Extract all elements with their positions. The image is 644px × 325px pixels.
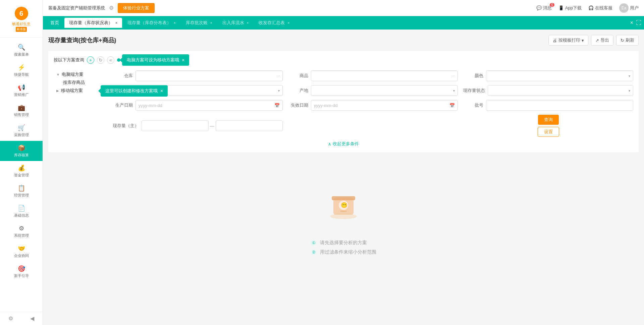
expand-arrow-icon: ▼	[56, 73, 60, 76]
support-icon: 🎧	[588, 5, 594, 10]
tab-close-icon[interactable]: ×	[174, 21, 176, 25]
scheme-child-label: 按库存商品	[63, 79, 85, 86]
purchase-icon: 🛒	[18, 124, 25, 131]
origin-select[interactable]: ▾	[311, 85, 458, 96]
warehouse-select[interactable]: ⋯	[136, 70, 283, 81]
color-select[interactable]: ▾	[486, 70, 633, 81]
scheme-item-desktop[interactable]: ▼ 电脑端方案	[54, 70, 107, 78]
svg-rect-5	[340, 211, 347, 212]
goods-select[interactable]: ⋯	[311, 70, 458, 81]
sidebar-item-marketing[interactable]: 📢 营销推广	[0, 80, 43, 101]
stock-status-select[interactable]: ▾	[488, 85, 633, 96]
print-button[interactable]: 🖨 按模板打印 ▾	[548, 35, 588, 46]
refresh-icon: ↻	[621, 38, 624, 43]
tab-close-all-btn[interactable]: ×	[630, 20, 633, 26]
tooltip-close-icon[interactable]: ×	[182, 57, 184, 63]
sidebar-item-finance[interactable]: 💰 资金管理	[0, 161, 43, 181]
sidebar-item-guide[interactable]: 🎯 新手引导	[0, 262, 43, 282]
tab-close-icon[interactable]: ×	[210, 21, 212, 25]
batch-no-input[interactable]	[486, 100, 633, 111]
svg-text:😶: 😶	[341, 202, 347, 208]
refresh-button[interactable]: ↻ 刷新	[616, 35, 639, 46]
trial-button[interactable]: 体验行业方案	[118, 3, 155, 13]
tab-batch-account[interactable]: 库存批次账 ×	[181, 18, 217, 28]
reset-button[interactable]: 设置	[538, 127, 559, 137]
sidebar-collapse-icon[interactable]: ◀	[30, 315, 34, 322]
tab-close-icon[interactable]: ×	[287, 21, 289, 25]
system-icon: ⚙	[19, 225, 24, 232]
print-chevron: ▾	[582, 38, 584, 43]
sidebar-item-operations[interactable]: 📋 经营管理	[0, 181, 43, 201]
sidebar-item-nav[interactable]: ⚡ 快捷导航	[0, 60, 43, 80]
export-button[interactable]: ↗ 导出	[591, 35, 613, 46]
online-support-item[interactable]: 🎧 在线客服	[588, 5, 612, 11]
stock-main-min-input[interactable]	[142, 120, 209, 131]
sidebar-item-label: 系统管理	[14, 233, 29, 238]
export-icon: ↗	[595, 38, 599, 43]
tooltip-text: 电脑方案可设为移动方案哦	[127, 57, 179, 63]
size-select-arrow: ▾	[278, 89, 280, 93]
tab-inventory-distribution[interactable]: 现存量（库存分布表） ×	[123, 18, 180, 28]
sidebar-item-basic-info[interactable]: 📄 基础信息	[0, 201, 43, 221]
notification-icon: 💬	[536, 5, 542, 10]
tab-close-icon[interactable]: ×	[247, 21, 249, 25]
header-gear-icon[interactable]: ⚙	[109, 5, 114, 11]
tab-home[interactable]: 首页	[46, 18, 64, 28]
filter-row-expiry-date: 失效日期 yyyy-mm-dd 📅	[288, 100, 458, 111]
filter-row-production-date: 生产日期 yyyy-mm-dd 📅	[113, 100, 283, 111]
filter-refresh-button[interactable]: ↻	[97, 56, 104, 64]
production-date-input[interactable]: yyyy-mm-dd 📅	[136, 100, 283, 111]
stock-status-label: 现存量状态	[463, 88, 485, 94]
app-download-item[interactable]: 📱 App下载	[558, 5, 582, 11]
chevron-up-icon: ∧	[328, 142, 331, 147]
sidebar-footer: ⚙ ◀	[0, 312, 43, 325]
tab-label: 库存批次账	[186, 20, 208, 26]
tab-inout-flow[interactable]: 出入库流水 ×	[218, 18, 254, 28]
sidebar-item-sales[interactable]: 💼 销售管理	[0, 101, 43, 121]
page-actions: 🖨 按模板打印 ▾ ↗ 导出 ↻ 刷新	[548, 35, 639, 46]
tab-close-icon[interactable]: ×	[115, 21, 117, 25]
notification-item[interactable]: 💬 消息 6	[536, 5, 552, 11]
user-item[interactable]: Ea 用户	[619, 3, 639, 13]
filter-row-stock-status: 现存量状态 ▾	[463, 85, 633, 96]
search-reset-group: 查询 设置	[463, 115, 633, 137]
sidebar-settings-icon[interactable]: ⚙	[8, 315, 13, 322]
search-button[interactable]: 查询	[538, 115, 559, 125]
empty-state: 😶 ① 请先选择要分析的方案 ② 用过滤条件来缩小分析范围	[48, 158, 639, 283]
expiry-date-input[interactable]: yyyy-mm-dd 📅	[311, 100, 458, 111]
stock-main-label: 现存量（主）	[113, 123, 139, 129]
tooltip-scheme-create: 这里可以创建和修改方案哦 ×	[101, 85, 168, 97]
tooltip-scheme-mobile: 电脑方案可设为移动方案哦 ×	[122, 54, 189, 66]
stock-status-select-arrow: ▾	[629, 89, 630, 93]
tab-receipt-summary[interactable]: 收发存汇总表 ×	[254, 18, 294, 28]
production-date-label: 生产日期	[113, 102, 133, 108]
sidebar-item-label: 新手引导	[14, 273, 29, 278]
filter-section: 按以下方案查询 + ↻ « 电脑方案可设为移动方案哦 ×	[48, 51, 639, 152]
collapse-more-btn[interactable]: ∧ 收起更多条件	[54, 141, 633, 147]
sidebar-item-label: 经营管理	[14, 193, 29, 198]
print-icon: 🖨	[553, 38, 557, 43]
range-separator: —	[210, 123, 214, 128]
scheme-area: ▼ 电脑端方案 这里可以创建和修改方案哦 × 按库存商品	[54, 68, 633, 137]
calendar-icon2: 📅	[449, 103, 455, 108]
header-right: 💬 消息 6 📱 App下载 🎧 在线客服 Ea 用户	[536, 3, 639, 13]
color-label: 颜色	[463, 73, 483, 79]
filter-add-button[interactable]: +	[87, 56, 94, 64]
tab-inventory-status[interactable]: 现存量（库存状况表） ×	[64, 18, 122, 28]
sidebar-item-enterprise[interactable]: 🤝 企业协同	[0, 241, 43, 262]
logo-text: 畅通好生意	[12, 21, 31, 26]
sidebar-item-purchase[interactable]: 🛒 采购管理	[0, 121, 43, 141]
tab-maximize-btn[interactable]: ⛶	[636, 20, 641, 26]
notification-badge: 6	[550, 3, 554, 7]
export-label: 导出	[600, 37, 609, 43]
tooltip2-close-icon[interactable]: ×	[160, 88, 163, 94]
sidebar-item-system[interactable]: ⚙ 系统管理	[0, 221, 43, 241]
sidebar-item-inventory[interactable]: 📦 库存核算	[0, 141, 43, 161]
sidebar-item-label: 营销推广	[14, 92, 29, 97]
tab-label: 现存量（库存分布表）	[127, 20, 171, 26]
empty-illustration: 😶	[323, 184, 364, 231]
scheme-item-desktop-child[interactable]: 按库存商品	[60, 78, 107, 87]
stock-main-max-input[interactable]	[216, 120, 283, 131]
filter-back-button[interactable]: «	[107, 56, 114, 64]
sidebar-item-search[interactable]: 🔍 搜索菜单	[0, 40, 43, 60]
